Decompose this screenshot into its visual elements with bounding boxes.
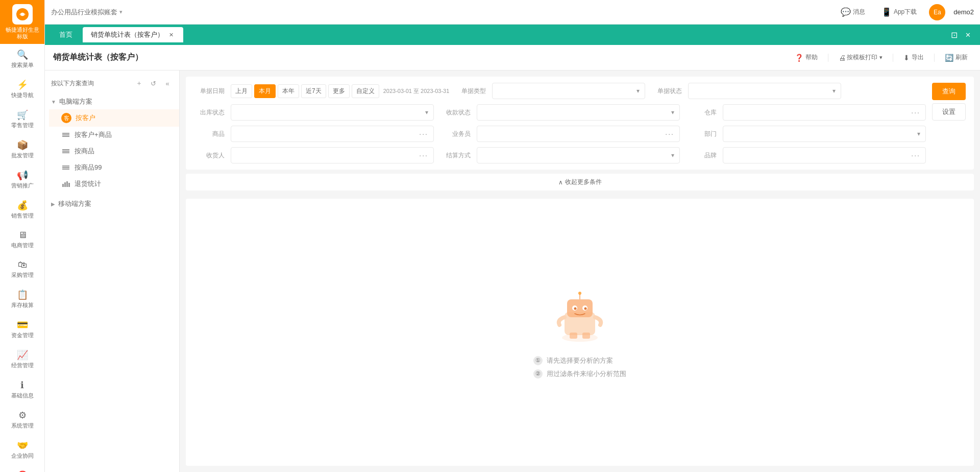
salesman-filter[interactable]: ··· [477,126,680,142]
message-button[interactable]: 💬 消息 [837,5,869,19]
warehouse-filter[interactable]: ··· [723,104,926,121]
tab-maximize-icon[interactable]: ⊡ [949,28,960,42]
refresh-label: 刷新 [955,53,968,62]
salesman-dots: ··· [665,130,674,138]
divider-2 [893,54,893,62]
tab-home[interactable]: 首页 [51,27,81,42]
status-filter[interactable]: ▾ [688,83,841,99]
lp-collapse-button[interactable]: « [162,78,173,89]
brand-filter[interactable]: ··· [723,147,926,163]
tree-child-by-customer-goods[interactable]: 按客户+商品 [49,127,179,143]
goods-filter[interactable]: ··· [231,126,434,142]
payment-chevron: ▾ [671,152,674,159]
user-avatar-text: Ea [934,9,941,16]
receiver-label: 收货人 [194,151,225,160]
date-btn-this-month[interactable]: 本月 [254,84,276,98]
refresh-button[interactable]: 🔄 刷新 [941,51,972,64]
tab-sales-stat[interactable]: 销货单统计表（按客户） ✕ [83,27,183,42]
query-button[interactable]: 查询 [932,83,966,100]
sidebar-item-finance[interactable]: 💳 资金管理 [0,314,44,344]
tree-child-by-goods[interactable]: 按商品 [49,143,179,159]
lp-add-button[interactable]: ＋ [133,78,144,89]
tab-sales-stat-label: 销货单统计表（按客户） [91,30,164,39]
user-name[interactable]: demo2 [953,8,974,16]
divider-3 [934,54,935,62]
print-button[interactable]: 🖨 按模板打印 ▾ [835,51,887,64]
tab-home-label: 首页 [59,30,72,39]
collapse-up-icon: ∧ [558,179,563,186]
sidebar-item-quick[interactable]: ⚡ 快捷导航 [0,74,44,104]
sidebar-item-search[interactable]: 🔍 搜索菜单 [0,44,44,74]
date-btn-more[interactable]: 更多 [328,84,350,98]
export-button[interactable]: ⬇ 导出 [899,51,928,64]
wholesale-icon: 📦 [17,139,28,151]
tree-child-by-customer[interactable]: 客 按客户 [49,109,179,127]
dept-chevron: ▾ [917,130,920,137]
svg-rect-25 [582,333,590,339]
receipt-filter[interactable]: ▾ [477,104,680,121]
help-button[interactable]: ❓ 帮助 [791,51,822,64]
tree-mobile-parent[interactable]: ▶ 移动端方案 [45,196,179,211]
sidebar-item-wholesale[interactable]: 📦 批发管理 [0,134,44,164]
date-btn-custom[interactable]: 自定义 [352,84,379,98]
sidebar-item-marketing[interactable]: 📢 营销推广 [0,164,44,195]
warehouse-dots: ··· [911,108,920,116]
out-chevron: ▾ [425,109,428,116]
sidebar-item-enterprise[interactable]: 🤝 企业协同 [0,435,44,465]
payment-filter[interactable]: ▾ [477,147,680,163]
ecom-icon: 🖥 [18,230,27,241]
tree-child-return-stat[interactable]: 退货统计 [49,176,179,192]
return-stat-label: 退货统计 [75,179,101,188]
sidebar-item-purchase[interactable]: 🛍 采购管理 [0,254,44,284]
by-customer-icon: 客 [61,113,71,123]
salesman-label: 业务员 [440,130,471,138]
app-title-chevron: ▾ [119,9,122,15]
help-icon: ❓ [795,54,803,62]
sidebar-item-inventory[interactable]: 📋 库存核算 [0,284,44,314]
system-icon: ⚙ [18,410,27,421]
lp-refresh-button[interactable]: ↺ [148,78,159,89]
dept-filter[interactable]: ▾ [723,126,926,142]
date-btn-this-year[interactable]: 本年 [278,84,299,98]
tree-desktop-arrow: ▼ [51,99,56,105]
out-filter[interactable]: ▾ [231,104,434,121]
query-btns: 查询 设置 [932,83,966,121]
tip-num-2: ② [533,369,543,379]
type-filter[interactable]: ▾ [492,83,645,99]
receiver-filter[interactable]: ··· [231,147,434,163]
tree-desktop-label: 电脑端方案 [59,97,92,106]
tree-child-by-goods-99[interactable]: 按商品99 [49,159,179,176]
svg-rect-13 [66,181,68,187]
sidebar-item-guide[interactable]: 🎯 新手引导 [0,465,44,472]
sidebar-item-operation[interactable]: 📈 经营管理 [0,344,44,374]
tab-close-icon[interactable]: ✕ [167,31,175,39]
empty-tips: ① 请先选择要分析的方案 ② 用过滤条件来缩小分析范围 [533,356,626,379]
export-label: 导出 [912,53,924,62]
tree-desktop-parent[interactable]: ▼ 电脑端方案 [45,94,179,109]
receiver-dots: ··· [419,151,428,159]
sidebar-item-ecom[interactable]: 🖥 电商管理 [0,225,44,254]
sidebar-item-basic[interactable]: ℹ 基础信息 [0,374,44,405]
logo-area[interactable]: 畅捷通好生意 标版 [0,0,44,44]
date-btn-last-month[interactable]: 上月 [231,84,252,98]
sidebar-item-retail[interactable]: 🛒 零售管理 [0,104,44,134]
svg-rect-5 [62,149,69,150]
sidebar: 畅捷通好生意 标版 🔍 搜索菜单 ⚡ 快捷导航 🛒 零售管理 📦 批发管理 📢 … [0,0,45,472]
quick-icon: ⚡ [17,79,28,90]
collapse-bar[interactable]: ∧ 收起更多条件 [186,174,974,191]
date-filter: 上月 本月 本年 近7天 更多 自定义 2023-03-01 至 2023-03… [231,84,449,98]
date-btn-7days[interactable]: 近7天 [301,84,326,98]
sidebar-item-wholesale-label: 批发管理 [11,152,34,159]
app-download-button[interactable]: 📱 App下载 [877,5,921,19]
svg-rect-4 [62,136,69,137]
user-avatar[interactable]: Ea [929,4,945,20]
return-stat-icon [61,179,70,188]
status-label: 单据状态 [651,87,682,96]
by-customer-goods-label: 按客户+商品 [75,130,112,139]
sidebar-menu: 🔍 搜索菜单 ⚡ 快捷导航 🛒 零售管理 📦 批发管理 📢 营销推广 💰 销售管… [0,44,44,472]
sidebar-item-sales[interactable]: 💰 销售管理 [0,195,44,225]
out-label: 出库状态 [194,108,225,117]
sidebar-item-system[interactable]: ⚙ 系统管理 [0,405,44,435]
tab-close-window-icon[interactable]: ✕ [962,29,974,41]
settings-button[interactable]: 设置 [932,103,966,121]
